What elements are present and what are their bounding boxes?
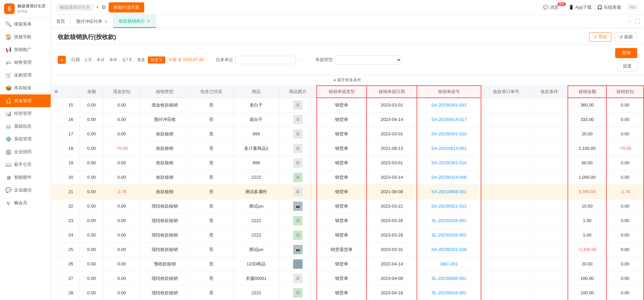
bill-no-link[interactable]: SA-20230301-010 [431,131,467,136]
col-product-img-cell: 🖼 [280,170,317,184]
date-btn-this-month[interactable]: 本月 [95,56,107,63]
expand-more-button[interactable]: ▾ 展开更多条件 [334,77,361,83]
query-button[interactable]: 查询 [615,48,637,58]
tabbar: 首页 预付冲应付单 ✕ 收款核销执行 ✕ － ⛶ [51,15,644,28]
bill-no-link[interactable]: SL-20230418-001 [431,290,466,295]
bill-no-link[interactable]: SA-20230331-026 [431,247,467,252]
sidebar-item-sales[interactable]: 🏷 销售管理 [0,56,51,69]
bill-no-link[interactable]: SL-20230328-001 [431,218,466,223]
online-service[interactable]: 🎧 在线客服 [597,4,621,10]
product-image: 📷 [293,202,303,211]
refresh-button[interactable]: ↺ 刷新 [615,32,637,42]
tab-prepay[interactable]: 预付冲应付单 ✕ [71,15,113,28]
message-badge[interactable]: 💬 消息 99+ [543,4,563,10]
sidebar-item-finance[interactable]: 💰 资金管理 [0,94,51,107]
col-cash-discount-cell: 0.00 [103,286,140,300]
sidebar-item-marketing[interactable]: 📢 营销推广 [0,43,51,56]
bill-type-select[interactable] [335,55,402,65]
col-included-cell: 否 [190,213,233,228]
col-bill-no-cell: SL-20230418-001 [417,286,481,300]
sidebar-item-inventory[interactable]: 📦 库存核算 [0,82,51,94]
col-bill-no-cell: SL-20230328-002 [417,228,481,242]
col-amount-cell: 2,100.00 [568,141,606,156]
user-name[interactable]: Rit [627,4,639,10]
search-icon: 🔍 [5,21,11,27]
export-button[interactable]: ↗ 导出 [589,32,611,42]
sidebar-item-purchase[interactable]: 🛒 采购管理 [0,69,51,82]
prepay-tab-label: 预付冲应付单 [76,18,102,25]
sidebar-item-guide[interactable]: 📖 新手引导 [0,158,51,171]
col-bill-no-cell: SA-20230301-010 [417,156,481,170]
bill-no-link[interactable]: SL-20230328-002 [431,232,466,238]
minimize-icon[interactable]: － [627,18,632,25]
col-bill-type-cell: 销货单 [317,257,367,271]
sidebar-item-hardware[interactable]: 🖥 智能硬件 [0,171,51,184]
tab-home[interactable]: 首页 [51,15,71,28]
col-discount-cell: 0.00 [606,199,644,213]
col-receipt-condition-cell [531,141,568,156]
app-download[interactable]: 📱 App下载 [569,4,592,10]
partner-input[interactable] [235,56,296,64]
col-settings-header[interactable]: ⚙ [51,86,62,98]
collection-tab-close[interactable]: ✕ [147,19,150,24]
col-product-img-cell: 🖼 [280,184,317,199]
home-tab-label: 首页 [56,18,65,25]
chevron-down-icon: ▾ [334,78,336,83]
bill-no-link[interactable]: SA-20230301-010 [431,160,467,165]
message-icon: 💬 [543,5,548,10]
date-btn-this-year[interactable]: 本年 [107,56,119,63]
col-receipt-order-cell [481,184,531,199]
sidebar-item-member[interactable]: V 畅会员 [0,197,51,209]
data-table: ⚙ 余额 现金折扣 核销类型 包含已结清 商品 商品图片 核销单据类型 核销单据… [51,85,644,300]
bill-no-link[interactable]: SA-20230414-017 [431,117,467,122]
date-btn-7days[interactable]: 近7天 [120,56,135,63]
chevron-down-icon: ▾ [96,5,99,10]
bill-no-link[interactable]: SA-20230321-012 [431,204,467,209]
sidebar-item-system[interactable]: ⚙️ 系统管理 [0,133,51,145]
col-receipt-condition-cell [531,271,568,286]
product-image: 🖼 [293,100,303,110]
col-product-cell: 2222 [233,213,280,228]
col-included-cell: 否 [190,170,233,184]
col-balance-cell: 0.00 [80,141,103,156]
col-bill-type-cell: 销货退货单 [317,242,367,257]
tab-collection[interactable]: 收款核销执行 ✕ [113,15,156,28]
col-amount-cell: 3,390.00 [568,184,606,199]
date-btn-last-month[interactable]: 上月 [82,56,94,63]
bill-no-link[interactable]: SA-20230301-001 [431,102,467,108]
bill-no-link[interactable]: SA-20210813-001 [431,146,467,151]
date-btn-more[interactable]: 更多 [135,56,147,63]
bill-no-link[interactable]: SL-20230408-001 [431,276,466,281]
col-balance-cell: 0.00 [80,213,103,228]
col-settings-cell [51,242,62,257]
col-balance-cell: 0.00 [80,170,103,184]
hardware-icon: 🖥 [5,174,11,180]
bill-no-link[interactable]: ABC-001 [440,261,458,266]
sidebar-item-shortcut[interactable]: 🏠 快捷导航 [0,31,51,43]
sidebar-item-wechat[interactable]: 💬 企业微信 [0,184,51,197]
sidebar-item-search[interactable]: 🔍 搜索菜单 [0,18,51,31]
col-product-cell: 测试jun [233,242,280,257]
gear-icon[interactable]: ⚙ [101,4,106,10]
sidebar-item-enterprise[interactable]: 🏢 企业协同 [0,145,51,158]
prepay-tab-close[interactable]: ✕ [104,19,108,24]
setting-button[interactable]: 设置 [617,61,637,72]
col-cash-discount-cell: 0.00 [103,242,140,257]
col-bill-type-cell: 销货单 [317,184,367,199]
col-bill-no-header: 核销单据号 [417,86,481,98]
bill-no-link[interactable]: SA-20230314-008 [431,175,467,180]
col-bill-date-cell: 2023-04-18 [367,286,417,300]
system-icon: ⚙️ [5,136,11,142]
trial-button[interactable]: 体验行业方案 [109,2,144,12]
filter-expand-button[interactable]: » [58,56,66,64]
col-balance-cell: 0.00 [80,156,103,170]
maximize-icon[interactable]: ⛶ [635,18,640,25]
col-product-img-cell: 🖼 [280,156,317,170]
sidebar-item-basic[interactable]: 🗂 基础信息 [0,120,51,133]
col-included-cell: 否 [190,257,233,271]
date-btn-custom[interactable]: 自定义 [148,56,165,63]
col-product-cell: 老白干 [233,98,280,112]
col-seq-cell: 26 [62,257,80,271]
sidebar-item-operation[interactable]: 📊 经营管理 [0,107,51,120]
bill-no-link[interactable]: SA-20210808-001 [431,189,467,194]
